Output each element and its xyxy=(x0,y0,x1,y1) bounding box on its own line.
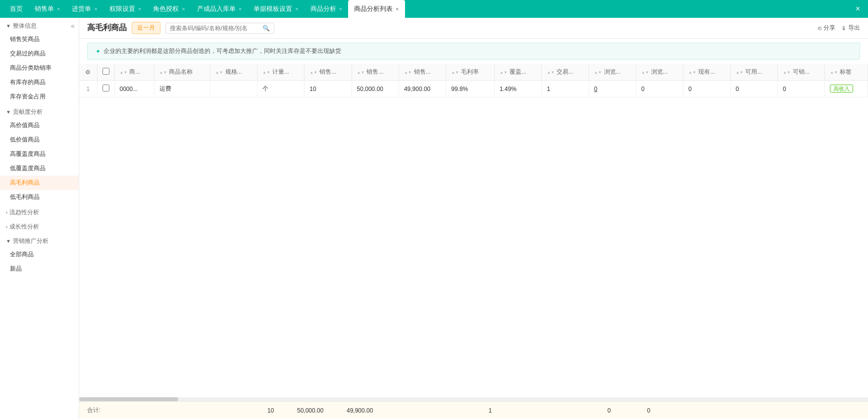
nav-sales[interactable]: 销售单 × xyxy=(29,0,66,18)
col-coverage[interactable]: ▲▼覆盖... xyxy=(495,64,542,81)
row-sales-amt: 50,000.00 xyxy=(352,81,399,97)
nav-purchase-close[interactable]: × xyxy=(94,6,97,12)
sidebar-item-high-coverage[interactable]: 高覆盖度商品 xyxy=(0,147,79,161)
info-banner: ✦ 企业的主要的利润都是这部分商品创造的，可考虑加大推广，同时关注库存是不要出现… xyxy=(87,43,860,60)
col-available2[interactable]: ▲▼可用... xyxy=(730,64,777,81)
col-sales-qty[interactable]: ▲▼销售... xyxy=(305,64,352,81)
sidebar-item-traded[interactable]: 交易过的商品 xyxy=(0,47,79,61)
export-button[interactable]: ⇓ 导出 xyxy=(841,24,860,32)
col-saleable[interactable]: ▲▼可销... xyxy=(777,64,824,81)
search-input[interactable] xyxy=(170,25,262,32)
browse1-link[interactable]: 0 xyxy=(594,86,598,93)
row-code: 0000... xyxy=(114,81,154,97)
footer-coverage-spacer xyxy=(417,407,457,414)
page-title: 高毛利商品 xyxy=(87,23,127,33)
sidebar-item-new-products[interactable]: 新品 xyxy=(0,262,79,276)
sort-icon-spec: ▲▼ xyxy=(215,70,223,75)
nav-sales-close[interactable]: × xyxy=(57,6,60,12)
select-all-checkbox[interactable] xyxy=(102,68,109,75)
search-icon[interactable]: 🔍 xyxy=(262,25,270,32)
sidebar-item-low-coverage[interactable]: 低覆盖度商品 xyxy=(0,161,79,176)
nav-product-in[interactable]: 产成品入库单 × xyxy=(191,0,248,18)
sort-icon-code: ▲▼ xyxy=(120,70,128,75)
nav-permission[interactable]: 权限设置 × xyxy=(103,0,147,18)
row-unit: 个 xyxy=(257,81,304,97)
nav-product-analysis-close[interactable]: × xyxy=(339,6,342,12)
sidebar: « ▼ 整体信息 销售笑商品 交易过的商品 商品分类助销率 有库存的商品 库存资… xyxy=(0,18,79,419)
row-tag: 高收入 xyxy=(825,81,868,97)
col-sales-amt[interactable]: ▲▼销售... xyxy=(352,64,399,81)
share-button[interactable]: ⎋ 分享 xyxy=(818,24,835,32)
row-saleable: 0 xyxy=(777,81,824,97)
sidebar-item-category-rate[interactable]: 商品分类助销率 xyxy=(0,61,79,75)
footer-trade: 1 xyxy=(457,407,497,414)
footer-available1: 0 xyxy=(576,407,615,414)
tag-badge: 高收入 xyxy=(830,85,853,93)
sidebar-group-flow[interactable]: › 流趋性分析 xyxy=(0,204,79,219)
sidebar-item-in-stock[interactable]: 有库存的商品 xyxy=(0,75,79,90)
table-container[interactable]: ⚙ ▲▼商... ▲▼商品名称 ▲▼规格... ▲▼计量... ▲▼销售... … xyxy=(79,64,868,419)
nav-permission-close[interactable]: × xyxy=(138,6,141,12)
row-spec xyxy=(210,81,257,97)
nav-template-close[interactable]: × xyxy=(295,6,298,12)
sidebar-group-overall[interactable]: ▼ 整体信息 xyxy=(0,18,79,32)
col-available1[interactable]: ▲▼现有... xyxy=(683,64,730,81)
sidebar-item-low-margin[interactable]: 低毛利商品 xyxy=(0,190,79,204)
sidebar-group-growth[interactable]: › 成长性分析 xyxy=(0,219,79,233)
nav-home[interactable]: 首页 xyxy=(4,0,29,18)
horizontal-scrollbar[interactable] xyxy=(79,397,868,401)
sidebar-collapse-button[interactable]: « xyxy=(71,22,75,30)
col-gross-rate[interactable]: ▲▼毛利率 xyxy=(446,64,495,81)
row-browse1[interactable]: 0 xyxy=(589,81,636,97)
scrollbar-thumb[interactable] xyxy=(79,397,178,401)
sort-icon-sales-cost: ▲▼ xyxy=(404,70,412,75)
footer-gross-spacer xyxy=(378,407,417,414)
row-sales-qty: 10 xyxy=(305,81,352,97)
sidebar-group-contribution[interactable]: ▼ 贡献度分析 xyxy=(0,104,79,118)
row-checkbox-cell xyxy=(97,81,114,97)
sort-icon-saleable: ▲▼ xyxy=(783,70,791,75)
nav-product-analysis-list-close[interactable]: × xyxy=(396,6,399,12)
window-close-button[interactable]: × xyxy=(852,4,864,13)
row-gross-rate: 99.8% xyxy=(446,81,495,97)
col-trade[interactable]: ▲▼交易... xyxy=(542,64,589,81)
sidebar-item-high-value[interactable]: 高价值商品 xyxy=(0,118,79,133)
nav-purchase[interactable]: 进货单 × xyxy=(66,0,103,18)
sidebar-item-high-margin[interactable]: 高毛利商品 xyxy=(0,176,79,190)
col-settings[interactable]: ⚙ xyxy=(79,64,97,81)
nav-product-analysis[interactable]: 商品分析 × xyxy=(305,0,348,18)
sort-icon-name: ▲▼ xyxy=(159,70,167,75)
nav-product-in-close[interactable]: × xyxy=(239,6,242,12)
top-nav: 首页 销售单 × 进货单 × 权限设置 × 角色授权 × 产成品入库单 × 单据… xyxy=(0,0,868,18)
content-area: 高毛利商品 近一月 🔍 ⎋ 分享 ⇓ 导出 ✦ 企业的主要的利润都是这部分商品创… xyxy=(79,18,868,419)
sidebar-item-stock-capital[interactable]: 库存资金占用 xyxy=(0,90,79,104)
sidebar-item-sales-smile[interactable]: 销售笑商品 xyxy=(0,32,79,47)
arrow-flow: › xyxy=(6,210,7,215)
footer-browse2-spacer xyxy=(536,407,576,414)
arrow-contribution: ▼ xyxy=(6,109,11,115)
col-sales-cost[interactable]: ▲▼销售... xyxy=(399,64,446,81)
sidebar-item-low-value[interactable]: 低价值商品 xyxy=(0,133,79,147)
col-spec[interactable]: ▲▼规格... xyxy=(210,64,257,81)
nav-template[interactable]: 单据模板设置 × xyxy=(248,0,304,18)
row-coverage: 1.49% xyxy=(495,81,542,97)
arrow-marketing: ▼ xyxy=(6,238,11,244)
nav-product-analysis-list[interactable]: 商品分析列表 × xyxy=(348,0,405,18)
col-unit[interactable]: ▲▼计量... xyxy=(257,64,304,81)
col-name[interactable]: ▲▼商品名称 xyxy=(154,64,210,81)
row-available2: 0 xyxy=(730,81,777,97)
nav-role-close[interactable]: × xyxy=(182,6,185,12)
table-header-row: ⚙ ▲▼商... ▲▼商品名称 ▲▼规格... ▲▼计量... ▲▼销售... … xyxy=(79,64,868,81)
row-checkbox[interactable] xyxy=(102,85,109,92)
filter-recent-month-button[interactable]: 近一月 xyxy=(132,22,160,34)
footer-sales-cost: 49,900.00 xyxy=(328,407,378,414)
col-browse1[interactable]: ▲▼浏览... xyxy=(589,64,636,81)
col-code[interactable]: ▲▼商... xyxy=(114,64,154,81)
sidebar-item-all-products[interactable]: 全部商品 xyxy=(0,247,79,262)
nav-role[interactable]: 角色授权 × xyxy=(147,0,191,18)
row-trade: 1 xyxy=(542,81,589,97)
sidebar-group-marketing[interactable]: ▼ 营销推广分析 xyxy=(0,233,79,247)
sort-icon-gross-rate: ▲▼ xyxy=(451,70,459,75)
col-tag[interactable]: ▲▼标签 xyxy=(825,64,868,81)
col-browse2[interactable]: ▲▼浏览... xyxy=(636,64,683,81)
